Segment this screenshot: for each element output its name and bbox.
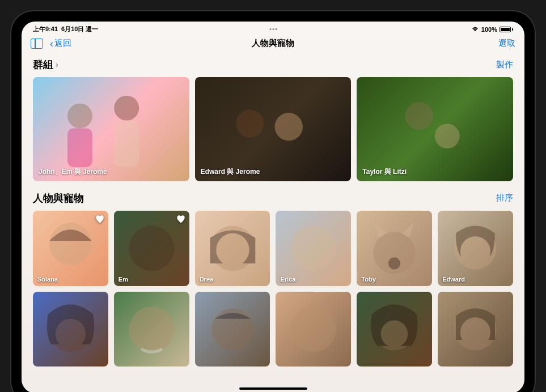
svg-point-8: [49, 223, 91, 265]
chevron-right-icon: ›: [56, 60, 58, 69]
screen: 上午9:41 6月10日 週一 100%: [22, 22, 524, 392]
back-label: 返回: [54, 38, 71, 49]
status-right: 100%: [471, 26, 513, 33]
person-card[interactable]: Em: [114, 211, 189, 286]
people-grid: Solana Em Drea Erica Toby: [33, 211, 513, 367]
svg-point-12: [291, 225, 336, 271]
svg-point-2: [114, 96, 139, 121]
person-image: [357, 292, 432, 367]
person-label: Toby: [361, 276, 375, 283]
svg-point-16: [460, 236, 490, 266]
svg-point-5: [274, 113, 302, 140]
person-card[interactable]: Edward: [438, 211, 513, 286]
home-indicator[interactable]: [239, 387, 307, 390]
person-card[interactable]: [114, 292, 189, 367]
groups-section-header: 群組 › 製作: [33, 58, 513, 71]
chevron-left-icon: ‹: [50, 39, 53, 49]
svg-point-14: [388, 257, 400, 269]
group-label: Taylor 與 Litzi: [362, 167, 407, 177]
person-card[interactable]: Toby: [357, 211, 432, 286]
svg-point-18: [56, 318, 86, 348]
svg-point-6: [405, 102, 433, 130]
content-scroll[interactable]: 群組 › 製作 John、Em 與 Jerome Edward 與 J: [22, 53, 524, 385]
person-image: [438, 211, 513, 286]
status-time: 上午9:41: [33, 25, 58, 33]
person-label: Edward: [442, 276, 465, 283]
person-card[interactable]: [276, 292, 351, 367]
sort-button[interactable]: 排序: [496, 193, 513, 203]
svg-point-7: [435, 123, 460, 148]
group-label: John、Em 與 Jerome: [39, 167, 107, 177]
group-image: [33, 77, 189, 181]
group-card[interactable]: Taylor 與 Litzi: [357, 77, 513, 181]
nav-bar: ‹ 返回 人物與寵物 選取: [22, 35, 524, 53]
group-card[interactable]: Edward 與 Jerome: [195, 77, 352, 181]
svg-rect-1: [67, 129, 92, 168]
svg-point-25: [460, 317, 490, 347]
person-image: [438, 292, 513, 367]
svg-rect-3: [114, 121, 139, 167]
svg-point-19: [129, 306, 174, 352]
select-button[interactable]: 選取: [498, 38, 515, 49]
person-image: [276, 211, 351, 286]
heart-icon: [176, 214, 186, 224]
groups-section-title[interactable]: 群組 ›: [33, 58, 58, 71]
svg-point-23: [381, 320, 408, 347]
group-image: [357, 77, 513, 181]
svg-point-0: [67, 104, 92, 129]
create-group-button[interactable]: 製作: [496, 59, 513, 70]
multitasking-dots-icon[interactable]: [269, 28, 277, 30]
svg-point-21: [291, 306, 336, 352]
device-frame: 上午9:41 6月10日 週一 100%: [11, 11, 535, 392]
person-card[interactable]: Erica: [276, 211, 351, 286]
people-section-title: 人物與寵物: [33, 191, 84, 205]
person-card[interactable]: [357, 292, 432, 367]
group-label: Edward 與 Jerome: [201, 167, 260, 177]
nav-left: ‹ 返回: [31, 38, 71, 49]
person-label: Em: [118, 276, 128, 283]
groups-grid: John、Em 與 Jerome Edward 與 Jerome Taylor …: [33, 77, 513, 181]
wifi-icon: [471, 27, 479, 32]
battery-icon: [500, 27, 513, 32]
back-button[interactable]: ‹ 返回: [50, 38, 71, 49]
person-label: Erica: [280, 276, 295, 283]
group-image: [195, 77, 352, 181]
status-left: 上午9:41 6月10日 週一: [33, 25, 98, 33]
person-image: [114, 292, 189, 367]
page-title: 人物與寵物: [252, 38, 294, 49]
person-label: Drea: [200, 276, 213, 283]
svg-point-11: [216, 233, 249, 266]
person-card[interactable]: Drea: [195, 211, 270, 286]
people-section-header: 人物與寵物 排序: [33, 191, 513, 205]
status-bar: 上午9:41 6月10日 週一 100%: [22, 22, 524, 35]
person-card[interactable]: Solana: [33, 211, 108, 286]
person-image: [33, 292, 108, 367]
person-card[interactable]: [195, 292, 270, 367]
heart-icon: [95, 214, 105, 224]
person-label: Solana: [37, 276, 58, 283]
group-card[interactable]: John、Em 與 Jerome: [33, 77, 189, 181]
person-image: [357, 211, 432, 286]
svg-point-9: [129, 225, 174, 271]
person-card[interactable]: [33, 292, 108, 367]
person-image: [195, 292, 270, 367]
sidebar-toggle-icon[interactable]: [31, 39, 43, 49]
person-image: [276, 292, 351, 367]
person-image: [195, 211, 270, 286]
status-date: 6月10日 週一: [61, 25, 98, 33]
person-card[interactable]: [438, 292, 513, 367]
svg-point-4: [236, 110, 264, 138]
battery-percent: 100%: [481, 26, 497, 33]
